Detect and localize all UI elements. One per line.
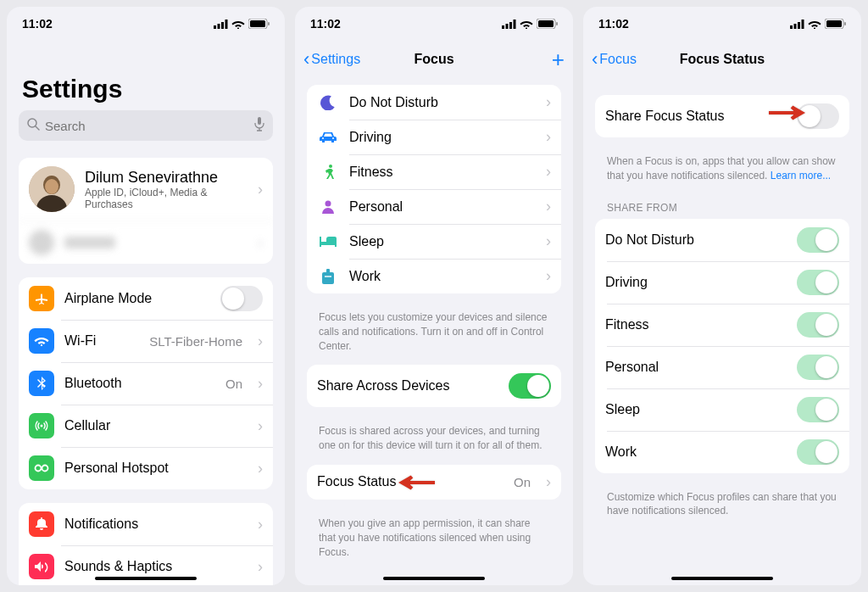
- battery-icon: [248, 19, 270, 29]
- home-indicator[interactable]: [383, 577, 485, 580]
- share-focus-toggle[interactable]: [797, 103, 839, 129]
- family-row-blurred[interactable]: ›: [19, 221, 273, 264]
- row-share-fitness[interactable]: Fitness: [595, 304, 849, 346]
- status-time: 11:02: [22, 17, 53, 31]
- row-focus-status[interactable]: Focus Status On ›: [307, 465, 561, 500]
- svg-rect-40: [826, 20, 842, 27]
- nav-add-button[interactable]: +: [552, 47, 565, 73]
- chevron-right-icon: ›: [253, 181, 263, 198]
- toggle[interactable]: [797, 355, 839, 380]
- search-bar[interactable]: [19, 110, 273, 141]
- svg-rect-36: [794, 24, 797, 29]
- phone-settings: 11:02 Settings Dilum Senevirathne Apple …: [7, 7, 285, 585]
- share-across-toggle[interactable]: [509, 373, 551, 399]
- nav-bar: ‹Settings Focus +: [295, 41, 573, 78]
- row-share-personal[interactable]: Personal: [595, 346, 849, 388]
- battery-icon: [825, 19, 846, 29]
- wifi-icon: [808, 20, 821, 29]
- signal-icon: [502, 20, 516, 29]
- row-cellular[interactable]: Cellular ›: [19, 405, 273, 447]
- profile-name: Dilum Senevirathne: [85, 169, 242, 187]
- toggle[interactable]: [797, 270, 839, 295]
- row-work[interactable]: Work›: [307, 259, 561, 293]
- row-label: Work: [349, 269, 531, 284]
- section-label: SHARE FROM: [595, 195, 849, 219]
- airplane-toggle[interactable]: [220, 286, 263, 311]
- row-label: Sleep: [605, 402, 787, 417]
- row-share-sleep[interactable]: Sleep: [595, 388, 849, 431]
- row-driving[interactable]: Driving›: [307, 120, 561, 154]
- row-label: Cellular: [64, 418, 242, 433]
- chevron-right-icon: ›: [541, 473, 551, 491]
- toggle[interactable]: [797, 312, 839, 338]
- mic-icon[interactable]: [254, 117, 264, 134]
- profile-row[interactable]: Dilum Senevirathne Apple ID, iCloud+, Me…: [19, 158, 273, 221]
- home-indicator[interactable]: [95, 577, 197, 580]
- share-across-footer: Focus is shared across your devices, and…: [307, 421, 561, 465]
- row-share-across[interactable]: Share Across Devices: [307, 365, 561, 407]
- search-input[interactable]: [40, 119, 254, 133]
- learn-more-link[interactable]: Learn more...: [771, 170, 831, 182]
- status-bar: 11:02: [295, 7, 573, 41]
- row-label: Personal: [605, 360, 787, 375]
- toggle[interactable]: [797, 397, 839, 422]
- svg-rect-23: [502, 25, 504, 29]
- nav-back[interactable]: ‹Focus: [592, 48, 637, 70]
- chevron-right-icon: ›: [541, 128, 551, 146]
- row-dnd[interactable]: Do Not Disturb›: [307, 85, 561, 120]
- chevron-right-icon: ›: [253, 332, 263, 350]
- row-label: Work: [605, 444, 787, 460]
- row-label: Notifications: [64, 517, 242, 532]
- row-share-focus-status[interactable]: Share Focus Status: [595, 95, 849, 137]
- row-bluetooth[interactable]: Bluetooth On ›: [19, 362, 273, 405]
- status-indicators: [502, 19, 558, 29]
- home-indicator[interactable]: [671, 577, 773, 580]
- battery-icon: [537, 19, 558, 29]
- row-share-driving[interactable]: Driving: [595, 261, 849, 304]
- row-personal[interactable]: Personal›: [307, 189, 561, 224]
- toggle[interactable]: [797, 227, 839, 253]
- row-sleep[interactable]: Sleep›: [307, 224, 561, 259]
- share-from-group: Do Not Disturb Driving Fitness Personal …: [595, 219, 849, 473]
- row-wifi[interactable]: Wi-Fi SLT-Fiber-Home ›: [19, 320, 273, 362]
- row-label: Do Not Disturb: [605, 232, 787, 248]
- chevron-right-icon: ›: [253, 460, 263, 478]
- share-status-group: Share Focus Status: [595, 95, 849, 137]
- row-share-work[interactable]: Work: [595, 431, 849, 473]
- share-footer: When a Focus is on, apps that you allow …: [595, 151, 849, 195]
- svg-rect-9: [258, 117, 261, 125]
- search-icon: [27, 118, 40, 133]
- svg-point-18: [42, 466, 48, 472]
- chevron-right-icon: ›: [541, 93, 551, 111]
- bluetooth-icon: [29, 371, 54, 396]
- row-label: Personal: [349, 199, 531, 215]
- row-hotspot[interactable]: Personal Hotspot ›: [19, 447, 273, 489]
- svg-rect-0: [214, 25, 216, 29]
- chevron-right-icon: ›: [541, 267, 551, 285]
- nav-back[interactable]: ‹Settings: [303, 48, 360, 70]
- svg-rect-34: [325, 276, 331, 277]
- focus-modes-group: Do Not Disturb› Driving› Fitness› Person…: [307, 85, 561, 293]
- svg-rect-5: [250, 20, 265, 27]
- row-label: Fitness: [605, 317, 787, 332]
- row-label: Bluetooth: [64, 376, 215, 391]
- chevron-right-icon: ›: [541, 232, 551, 250]
- car-icon: [317, 131, 339, 143]
- row-label: Share Across Devices: [317, 378, 498, 394]
- chevron-right-icon: ›: [541, 163, 551, 181]
- toggle[interactable]: [797, 439, 839, 465]
- row-share-dnd[interactable]: Do Not Disturb: [595, 219, 849, 261]
- share-across-group: Share Across Devices: [307, 365, 561, 407]
- chevron-right-icon: ›: [541, 198, 551, 215]
- row-label: Focus Status: [317, 474, 504, 489]
- svg-rect-24: [506, 24, 509, 29]
- svg-line-8: [36, 126, 39, 130]
- row-label: Personal Hotspot: [64, 461, 242, 476]
- row-notifications[interactable]: Notifications ›: [19, 503, 273, 545]
- row-airplane[interactable]: Airplane Mode: [19, 277, 273, 320]
- row-fitness[interactable]: Fitness›: [307, 154, 561, 189]
- person-icon: [317, 200, 339, 214]
- svg-point-30: [329, 165, 332, 168]
- status-time: 11:02: [598, 17, 629, 31]
- sound-icon: [29, 554, 54, 579]
